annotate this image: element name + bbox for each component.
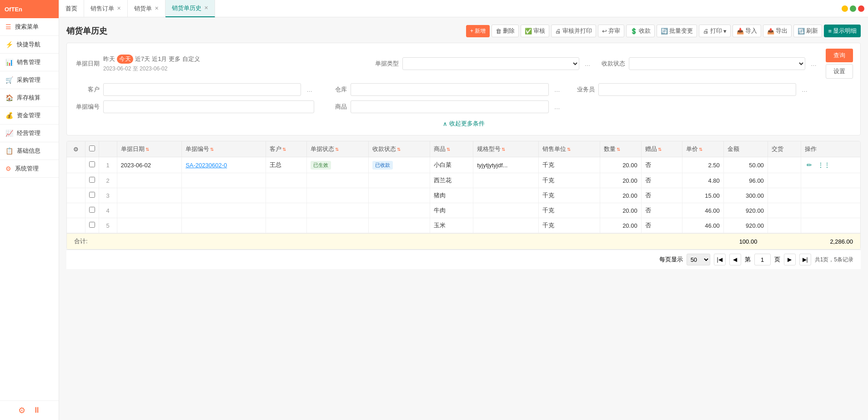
doctype-select[interactable] bbox=[402, 57, 579, 70]
tab-sales-order-close[interactable]: ✕ bbox=[117, 5, 121, 11]
window-maximize[interactable] bbox=[850, 5, 856, 12]
shortcut-custom[interactable]: 自定义 bbox=[182, 55, 200, 63]
sidebar-item-sys-mgmt[interactable]: ⚙ 系统管理 bbox=[0, 160, 59, 178]
batch-change-button[interactable]: 🔄 批量变更 bbox=[657, 25, 697, 37]
shortcut-7days[interactable]: 近7天 bbox=[135, 55, 150, 63]
customer-label: 客户 bbox=[74, 85, 100, 94]
tab-sales-order[interactable]: 销售订单 ✕ bbox=[84, 0, 128, 17]
goods-input[interactable] bbox=[351, 100, 548, 113]
td-num: 5 bbox=[99, 218, 117, 233]
table-footer: 合计: 100.00 2,286.00 bbox=[67, 233, 860, 249]
goods-dots[interactable]: … bbox=[552, 104, 562, 110]
sidebar-item-purchase-mgmt[interactable]: 🛒 采购管理 bbox=[0, 71, 59, 89]
sidebar-item-finance[interactable]: 💰 资金管理 bbox=[0, 107, 59, 125]
sidebar-item-sales-mgmt[interactable]: 📊 销售管理 bbox=[0, 54, 59, 71]
td-price: 15.00 bbox=[682, 188, 724, 203]
date-range-display: 2023-06-02 至 2023-06-02 bbox=[103, 65, 366, 73]
sidebar-item-search-menu[interactable]: ☰ 搜索菜单 bbox=[0, 18, 59, 36]
th-qty[interactable]: 数量⇅ bbox=[600, 141, 642, 157]
collapse-button[interactable]: ∧ 收起更多条件 bbox=[74, 118, 853, 130]
row-checkbox[interactable] bbox=[89, 177, 95, 183]
per-page-select[interactable]: 50 100 200 bbox=[687, 254, 710, 265]
edit-action-btn[interactable]: ✏ bbox=[805, 160, 814, 170]
more-action-btn[interactable]: ⋮⋮ bbox=[816, 160, 832, 170]
td-doc-status bbox=[307, 218, 368, 233]
td-checkbox[interactable] bbox=[85, 203, 99, 218]
last-page-btn[interactable]: ▶| bbox=[799, 254, 811, 265]
review-button[interactable]: ✅ 审核 bbox=[521, 25, 549, 37]
td-doc-no[interactable]: SA-20230602-0 bbox=[182, 157, 266, 173]
import-button[interactable]: 📥 导入 bbox=[733, 25, 761, 37]
sidebar-item-quick-nav[interactable]: ⚡ 快捷导航 bbox=[0, 36, 59, 54]
row-checkbox[interactable] bbox=[89, 161, 95, 167]
query-button[interactable]: 查询 bbox=[826, 49, 853, 62]
customer-input[interactable] bbox=[103, 83, 301, 96]
sidebar-item-basic-info[interactable]: 📋 基础信息 bbox=[0, 142, 59, 160]
warehouse-dots[interactable]: … bbox=[552, 86, 562, 93]
review-print-button[interactable]: 🖨 审核并打印 bbox=[551, 25, 596, 37]
window-minimize[interactable] bbox=[842, 5, 848, 12]
new-button[interactable]: + 新增 bbox=[466, 25, 490, 37]
th-checkbox[interactable] bbox=[85, 141, 99, 157]
shortcut-yesterday[interactable]: 昨天 bbox=[103, 55, 115, 63]
staff-dots[interactable]: … bbox=[800, 86, 809, 93]
export-button[interactable]: 📤 导出 bbox=[763, 25, 792, 37]
staff-input[interactable] bbox=[598, 83, 796, 96]
prev-page-btn[interactable]: ◀ bbox=[729, 254, 741, 265]
docno-input[interactable] bbox=[103, 100, 314, 113]
shortcut-1month[interactable]: 近1月 bbox=[152, 55, 167, 63]
paystatus-select[interactable] bbox=[629, 57, 806, 70]
th-gift[interactable]: 赠品⇅ bbox=[641, 141, 682, 157]
sidebar-item-operation[interactable]: 📈 经营管理 bbox=[0, 125, 59, 142]
tab-sales-goods-close[interactable]: ✕ bbox=[155, 5, 159, 11]
th-doc-no[interactable]: 单据编号⇅ bbox=[182, 141, 266, 157]
show-detail-button[interactable]: ≡ 显示明细 bbox=[824, 25, 861, 37]
th-pay-status[interactable]: 收款状态⇅ bbox=[368, 141, 430, 157]
print-button[interactable]: 🖨 打印 ▾ bbox=[699, 25, 731, 37]
total-amount: 2,286.00 bbox=[830, 238, 853, 245]
th-settings[interactable]: ⚙ bbox=[67, 141, 85, 157]
collect-button[interactable]: 💲 收款 bbox=[626, 25, 655, 37]
th-price[interactable]: 单价⇅ bbox=[682, 141, 724, 157]
doctype-dots[interactable]: … bbox=[583, 60, 592, 67]
sidebar-pause-icon[interactable]: ⏸ bbox=[33, 405, 41, 415]
th-doc-date[interactable]: 单据日期⇅ bbox=[117, 141, 182, 157]
shortcut-today[interactable]: 今天 bbox=[117, 55, 133, 64]
shortcut-more[interactable]: 更多 bbox=[169, 55, 181, 63]
finance-icon: 💰 bbox=[5, 112, 13, 119]
tab-sales-history-close[interactable]: ✕ bbox=[204, 5, 208, 11]
row-checkbox[interactable] bbox=[89, 192, 95, 198]
select-all-checkbox[interactable] bbox=[89, 145, 95, 151]
row-checkbox[interactable] bbox=[89, 222, 95, 228]
sidebar-gear-icon[interactable]: ⚙ bbox=[18, 405, 25, 415]
refresh-button[interactable]: 🔃 刷新 bbox=[793, 25, 822, 37]
delete-button[interactable]: 🗑 删除 bbox=[492, 25, 519, 37]
th-unit[interactable]: 销售单位⇅ bbox=[539, 141, 600, 157]
th-goods[interactable]: 商品⇅ bbox=[430, 141, 473, 157]
td-checkbox[interactable] bbox=[85, 188, 99, 203]
doc-no-link[interactable]: SA-20230602-0 bbox=[186, 162, 227, 169]
window-close[interactable] bbox=[858, 5, 864, 12]
abandon-button[interactable]: ↩ 弃审 bbox=[598, 25, 624, 37]
td-doc-status bbox=[307, 188, 368, 203]
warehouse-input[interactable] bbox=[351, 83, 548, 96]
tab-sales-history[interactable]: 销货单历史 ✕ bbox=[166, 0, 215, 17]
filter-settings-button[interactable]: 设置 bbox=[826, 64, 853, 79]
sidebar-item-inventory[interactable]: 🏠 库存核算 bbox=[0, 89, 59, 107]
first-page-btn[interactable]: |◀ bbox=[714, 254, 726, 265]
print-icon: 🖨 bbox=[703, 28, 709, 35]
row-checkbox[interactable] bbox=[89, 207, 95, 213]
td-checkbox[interactable] bbox=[85, 157, 99, 173]
tab-sales-goods[interactable]: 销货单 ✕ bbox=[128, 0, 166, 17]
th-customer[interactable]: 客户⇅ bbox=[266, 141, 307, 157]
tab-home[interactable]: 首页 bbox=[59, 0, 84, 17]
td-checkbox[interactable] bbox=[85, 173, 99, 188]
th-spec[interactable]: 规格型号⇅ bbox=[473, 141, 539, 157]
paystatus-dots[interactable]: … bbox=[809, 60, 818, 67]
th-doc-status[interactable]: 单据状态⇅ bbox=[307, 141, 368, 157]
next-page-btn[interactable]: ▶ bbox=[784, 254, 796, 265]
customer-dots[interactable]: … bbox=[305, 86, 314, 93]
page-input[interactable] bbox=[754, 254, 771, 265]
td-checkbox[interactable] bbox=[85, 218, 99, 233]
td-spec: tyjytjytyjdf... bbox=[473, 157, 539, 173]
